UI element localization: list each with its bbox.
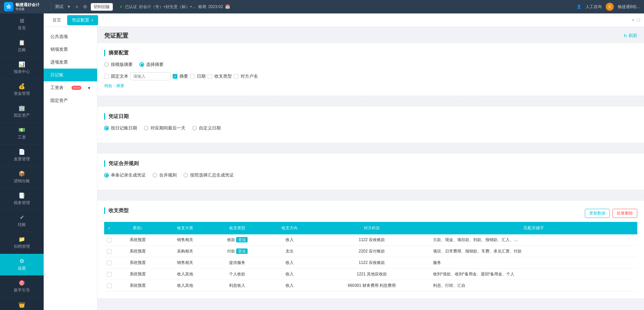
sidebar-item-archive-label: 归档管理 xyxy=(14,244,30,249)
radio-single-dot xyxy=(105,174,108,177)
fixed-text-input[interactable] xyxy=(130,72,171,80)
radio-journal-date[interactable]: 按日记账日期 xyxy=(104,125,137,131)
row-subject: 1221 其他应收款 xyxy=(313,269,430,280)
certified-label: 已认证 xyxy=(125,4,137,10)
row-direction: 支出 xyxy=(266,246,313,257)
row-checkbox[interactable] xyxy=(107,283,112,288)
period-value: 2023-02 xyxy=(208,4,223,9)
left-nav-public[interactable]: 公共选项 xyxy=(44,30,97,43)
radio-last-day-label: 对应期间最后一天 xyxy=(151,125,185,131)
checkbox-counterpart[interactable]: 对方户名 xyxy=(234,73,258,79)
tab-close-icon[interactable]: × xyxy=(91,18,93,22)
sidebar-item-guide[interactable]: 🎯 新手引导 xyxy=(0,276,44,298)
left-nav-purchase-invoice-label: 进项发票 xyxy=(50,59,68,65)
update-data-button[interactable]: 更新数据 xyxy=(585,209,610,218)
merge-section: 凭证合并规则 单条记录生成凭证 合并规则 xyxy=(97,154,644,190)
table-action-btns: 更新数据 批量删除 xyxy=(585,209,637,218)
window-maximize-icon[interactable]: □ xyxy=(637,17,640,23)
radio-aggregate[interactable]: 按照选择汇总生成凭证 xyxy=(183,172,234,178)
sidebar-item-ledger[interactable]: 📋 总账 xyxy=(0,35,44,57)
cut-version-button[interactable]: 切到旧版 xyxy=(91,3,113,11)
row-checkbox[interactable] xyxy=(107,238,112,242)
certified-tag: ✔ xyxy=(120,4,123,9)
col-category[interactable]: 类别↓ xyxy=(114,222,162,234)
row-checkbox-cell xyxy=(104,280,114,292)
row-category: 系统预置 xyxy=(114,269,162,280)
sidebar-item-archive[interactable]: 📁 归档管理 xyxy=(0,232,44,254)
topbar: 会 畅捷通好会计 专业版 测试 ▼ ＋ ⚙ 切到旧版 ✔ 已认证 好会计（专）+… xyxy=(0,0,644,13)
topbar-dropdown-arrow[interactable]: ▼ xyxy=(67,4,71,9)
topbar-add-btn[interactable]: ＋ xyxy=(74,3,80,10)
table-row: 系统预置 采购相关 付款 置顶 支出 2202 应付账款 项目、日常费用、报销款… xyxy=(104,246,637,257)
invoice-icon: 📄 xyxy=(18,149,25,155)
salary-icon: 💵 xyxy=(18,127,25,133)
consult-label[interactable]: 人工咨询 xyxy=(586,4,602,10)
radio-merge-rule[interactable]: 合并规则 xyxy=(153,172,177,178)
sidebar-item-member[interactable]: 👑 畅会员 xyxy=(0,298,44,310)
checkbox-fixed-text-label: 固定文本 xyxy=(111,73,128,79)
sidebar-item-funds[interactable]: 💰 资金管理 xyxy=(0,79,44,101)
checkbox-fixed-text[interactable]: 固定文本 xyxy=(104,73,128,79)
left-nav-salary[interactable]: 工资表 NEW ▾ xyxy=(44,81,97,94)
type-tag[interactable]: 置顶 xyxy=(236,248,248,254)
topbar-test-label: 测试 xyxy=(55,4,63,10)
radio-select-summary[interactable]: 选择摘要 xyxy=(139,62,164,68)
left-nav-fixed-assets[interactable]: 固定资产 xyxy=(44,94,97,107)
assets-icon: 🏢 xyxy=(18,105,25,111)
checkbox-counterpart-box xyxy=(234,74,239,79)
sidebar-item-invoice[interactable]: 📄 发票管理 xyxy=(0,145,44,166)
checkbox-date[interactable]: 日期 xyxy=(190,73,206,79)
user-name[interactable]: 畅捷通B组... xyxy=(618,4,640,10)
left-nav-sales-invoice-label: 销项发票 xyxy=(50,46,68,52)
row-big-type: 收入其他 xyxy=(162,280,209,292)
content-area: 公共选项 销项发票 进项发票 日记账 工资表 NEW ▾ 固定资产 xyxy=(44,27,644,310)
tab-home[interactable]: 首页 xyxy=(48,15,66,25)
topbar-gear-icon[interactable]: ⚙ xyxy=(83,4,87,9)
tabbar-actions: × □ xyxy=(632,17,640,23)
select-all-checkbox[interactable]: ✓ xyxy=(107,226,112,231)
type-tag[interactable]: 置顶 xyxy=(236,237,248,242)
checkbox-summary[interactable]: ✓ 摘要 xyxy=(173,73,188,79)
row-type: 个人收款 xyxy=(209,269,266,280)
date-section: 凭证日期 按日记账日期 对应期间最后一天 xyxy=(97,107,644,143)
left-nav-journal[interactable]: 日记账 xyxy=(44,69,97,81)
checkbox-income-type[interactable]: 收支类型 xyxy=(208,73,232,79)
radio-template-summary[interactable]: 按模版摘要 xyxy=(104,62,133,68)
window-close-icon[interactable]: × xyxy=(632,17,634,23)
sidebar-item-assets[interactable]: 🏢 固定资产 xyxy=(0,101,44,123)
tab-voucher-config[interactable]: 凭证配置 × xyxy=(67,15,98,25)
summary-radio-group: 按模版摘要 选择摘要 xyxy=(104,62,637,68)
refresh-button[interactable]: ↻ 刷新 xyxy=(624,33,637,39)
page-header: 凭证配置 ↻ 刷新 xyxy=(97,27,644,43)
income-expense-title: 收支类型 xyxy=(104,207,129,214)
sidebar-item-reports[interactable]: 📊 报表中心 xyxy=(0,57,44,79)
member-icon: 👑 xyxy=(18,302,25,308)
guide-icon: 🎯 xyxy=(18,280,25,286)
left-nav-sales-invoice[interactable]: 销项发票 xyxy=(44,43,97,56)
sidebar-item-close[interactable]: ✔ 结账 xyxy=(0,210,44,232)
row-checkbox[interactable] xyxy=(107,249,112,254)
batch-delete-button[interactable]: 批量删除 xyxy=(612,209,637,218)
sidebar-item-home[interactable]: ⊞ 首页 xyxy=(0,13,44,35)
home-icon: ⊞ xyxy=(20,17,24,24)
radio-select-label: 选择摘要 xyxy=(146,62,164,68)
radio-last-day[interactable]: 对应期间最后一天 xyxy=(144,125,185,131)
tab-home-label: 首页 xyxy=(52,17,61,23)
left-nav-purchase-invoice[interactable]: 进项发票 xyxy=(44,56,97,69)
sidebar-item-tax[interactable]: 📑 税务管理 xyxy=(0,188,44,210)
row-checkbox-cell xyxy=(104,257,114,269)
right-content: 凭证配置 ↻ 刷新 摘要配置 按模版摘要 xyxy=(97,27,644,310)
radio-journal-date-dot xyxy=(105,127,108,129)
user-avatar[interactable]: B xyxy=(606,3,614,11)
radio-custom-date[interactable]: 自定义日期 xyxy=(192,125,221,131)
row-checkbox[interactable] xyxy=(107,272,112,277)
sidebar-item-stock[interactable]: 📦 进销台账 xyxy=(0,166,44,188)
calendar-icon[interactable]: 📅 xyxy=(225,4,230,9)
merge-radio-group: 单条记录生成凭证 合并规则 按照选择汇总生成凭证 xyxy=(104,172,637,178)
sidebar-item-settings[interactable]: ⚙ 设置 xyxy=(0,254,44,276)
sidebar-item-salary[interactable]: 💵 工资 xyxy=(0,123,44,145)
row-checkbox[interactable] xyxy=(107,261,112,265)
radio-merge-circle xyxy=(153,173,157,178)
row-type: 利息收入 xyxy=(209,280,266,292)
radio-single-record[interactable]: 单条记录生成凭证 xyxy=(104,172,146,178)
